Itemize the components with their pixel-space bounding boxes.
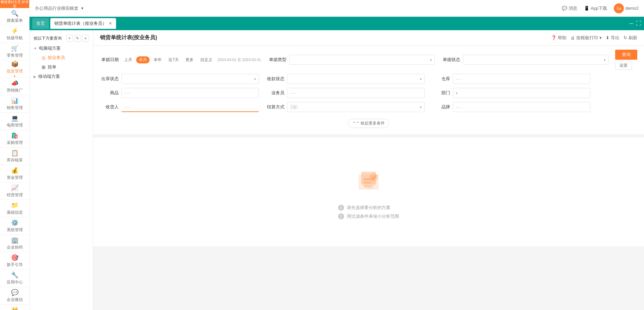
out-status-input[interactable] [121,74,259,84]
date-label: 单据日期 [100,57,119,63]
basic-icon: 📁 [11,202,18,209]
sidebar-item-purchase[interactable]: 🛍️ 采购管理 [0,130,29,148]
date-btn-more[interactable]: 更多 [183,56,196,63]
salesperson-input[interactable]: ··· [287,88,425,98]
sidebar-item-ecommerce[interactable]: 💻 电商管理 [0,113,29,130]
tip-num-2: 2 [338,213,344,219]
filter-warehouse: 仓库 ··· [431,74,590,84]
consignee-input[interactable]: ··· [121,102,259,112]
tree-group-pc[interactable]: ▼ 电脑端方案 [30,44,93,53]
date-btn-custom[interactable]: 自定义 [198,56,215,63]
dropdown-icon[interactable]: ▾ [81,6,84,11]
payment-clear-icon[interactable]: × [293,105,296,109]
sidebar-item-retail[interactable]: 🛒 零售管理 [0,43,29,60]
help-icon: ❓ [551,35,556,40]
recv-status-label: 收款状态 [266,76,284,82]
sidebar-item-label: 资金管理 [7,175,23,180]
tree-item-order-label: 按单 [48,64,56,70]
sidebar-item-label: 企业微信 [7,297,23,303]
app-download-button[interactable]: 📱 App下载 [584,5,607,11]
collapse-up-icon: ⌃⌃ [353,121,359,126]
refresh-action[interactable]: ↻ 刷新 [624,35,637,41]
tab-minimize-icon[interactable]: ─ [630,20,633,27]
scheme-title: 按以下方案查询 [34,36,62,41]
export-label: 导出 [611,35,620,41]
sidebar-item-wechat[interactable]: 💬 企业微信 [0,287,29,305]
sales-icon: 📊 [11,97,18,104]
active-item-icon: ◎ [42,55,46,60]
filter-salesperson: 业务员 ··· [266,88,425,98]
add-scheme-button[interactable]: + [66,35,73,42]
doc-type-arrow [430,58,432,62]
sidebar-item-vip[interactable]: 👑 畅会员 [0,305,29,310]
sidebar-item-apps[interactable]: 🔧 应用中心 [0,270,29,287]
sidebar-item-label: 零售管理 [7,53,23,58]
sidebar-item-label: 销售管理 [7,105,23,111]
dept-arrow [456,91,458,95]
export-action[interactable]: ⬇ 导出 [606,35,620,41]
date-btn-this-month[interactable]: 本月 [136,56,150,63]
sidebar-item-search[interactable]: 🔍 搜索菜单 [0,8,29,25]
sidebar-item-marketing[interactable]: 📣 营销推广 [0,78,29,95]
sidebar-item-finance[interactable]: 💰 资金管理 [0,165,29,183]
date-btn-last-month[interactable]: 上月 [121,56,135,63]
brand-label: 品牌 [431,104,450,110]
date-btn-7days[interactable]: 近7天 [166,56,181,63]
payment-input[interactable]: × [287,102,425,112]
app-download-label: App下载 [591,5,607,11]
sidebar-item-label: 经营管理 [7,192,23,198]
edit-scheme-button[interactable]: ✎ [74,35,81,42]
brand-input[interactable]: ··· [453,102,590,112]
refresh-icon: ↻ [624,35,627,40]
sidebar-item-basic[interactable]: 📁 基础信息 [0,200,29,217]
product-input[interactable]: ··· [121,88,259,98]
tab-home[interactable]: 首页 [32,18,49,29]
filter-row-3: 商品 ··· 业务员 ··· 部门 [100,88,637,98]
message-button[interactable]: 💬 消息 [562,5,577,11]
sidebar-item-system[interactable]: ⚙️ 系统管理 [0,217,29,235]
collapse-panel-button[interactable]: « [82,35,89,42]
export-icon: ⬇ [606,35,609,40]
sidebar-item-newbie[interactable]: 🎯 新手引导 [0,252,29,270]
print-action[interactable]: 🖨 按模板打印 ▾ [571,35,602,41]
print-label: 按模板打印 [576,35,598,41]
tree-group-mobile[interactable]: ▶ 移动端方案 [30,72,93,81]
tree-item-by-salesperson[interactable]: ◎ 按业务员 [38,53,93,62]
avatar: Ea [614,3,624,13]
tab-close-icon[interactable]: ✕ [109,21,112,26]
settings-button[interactable]: 设置 [615,61,632,70]
tree-item-by-order[interactable]: ⊞ 按单 [38,62,93,72]
sidebar-item-inventory[interactable]: 📋 库存核算 [0,148,29,165]
dept-input[interactable] [453,88,590,98]
filter-out-status: 出库状态 [100,74,259,84]
purchase-icon: 🛍️ [11,132,18,139]
svg-rect-4 [364,182,371,184]
recv-status-input[interactable] [287,74,425,84]
user-avatar-area[interactable]: Ea demo2 [614,3,639,13]
empty-tip-2: 2 用过滤条件来缩小分析范围 [338,213,399,219]
doc-type-label: 单据类型 [268,57,286,63]
doc-title-area: 办公用品行业模拟账套 ▾ [35,5,84,11]
print-dropdown-icon[interactable]: ▾ [599,35,602,40]
filter-recv-status: 收款状态 [266,74,425,84]
tree-arrow-pc: ▼ [34,47,37,50]
warehouse-input[interactable]: ··· [453,74,590,84]
query-button[interactable]: 查询 [615,50,637,60]
filter-doc-type: 单据类型 [268,55,435,65]
out-status-arrow [254,77,256,81]
tab-maximize-icon[interactable]: ⛶ [636,20,641,27]
sidebar-item-sales[interactable]: 📊 销售管理 [0,95,29,113]
tab-report[interactable]: 销货单统计表（按业务员） ✕ [50,18,116,29]
tree-children-pc: ◎ 按业务员 ⊞ 按单 [30,53,93,72]
sidebar-item-shortcut[interactable]: ⚡ 快捷导航 [0,25,29,43]
doc-status-input[interactable] [463,55,608,65]
help-action[interactable]: ❓ 帮助 [551,35,567,41]
date-btn-this-year[interactable]: 本年 [151,56,164,63]
sidebar-item-operations[interactable]: 📈 经营管理 [0,183,29,200]
collapse-button[interactable]: ⌃⌃ 收起更多条件 [348,119,389,128]
date-filter-buttons: 上月 本月 本年 近7天 更多 自定义 2023-03-01 至 2023-03… [121,56,261,63]
sidebar-item-label: 基础信息 [7,210,23,215]
sidebar-item-enterprise[interactable]: 🏢 企业协同 [0,235,29,252]
doc-type-input[interactable] [289,55,435,65]
sidebar-item-wholesale[interactable]: 📦 批发管理 ▲ [0,60,29,78]
